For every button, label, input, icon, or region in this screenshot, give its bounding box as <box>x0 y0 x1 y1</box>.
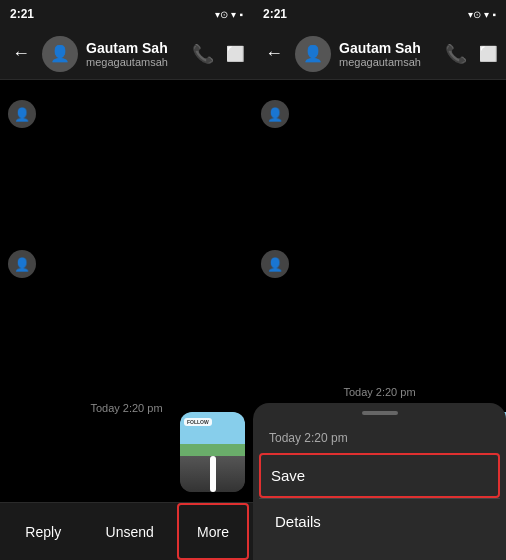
status-icons-right: ▾⊙ ▾ ▪ <box>468 9 496 20</box>
status-bar-left: 2:21 ▾⊙ ▾ ▪ <box>0 0 253 28</box>
message-image-left: FOLLOW <box>180 412 245 492</box>
message-avatar-r1: 👤 <box>261 100 289 128</box>
road-image-left: FOLLOW <box>180 412 245 492</box>
battery-icon: ▪ <box>239 9 243 20</box>
back-button-right[interactable]: ← <box>261 39 287 68</box>
details-label: Details <box>275 513 321 530</box>
contact-name-right: Gautam Sah <box>339 40 437 56</box>
header-right: ← 👤 Gautam Sah megagautamsah 📞 ⬜ <box>253 28 506 80</box>
signal-icon: ▾⊙ <box>215 9 228 20</box>
chat-area-left: 👤 👤 Today 2:20 pm FOLLOW <box>0 80 253 502</box>
header-left: ← 👤 Gautam Sah megagautamsah 📞 ⬜ <box>0 28 253 80</box>
save-item[interactable]: Save <box>259 453 500 498</box>
username-left: megagautamsah <box>86 56 184 68</box>
reply-button[interactable]: Reply <box>0 503 87 560</box>
action-bar: Reply Unsend More <box>0 502 253 560</box>
username-right: megagautamsah <box>339 56 437 68</box>
status-time-left: 2:21 <box>10 7 34 21</box>
back-button-left[interactable]: ← <box>8 39 34 68</box>
right-screen: 2:21 ▾⊙ ▾ ▪ ← 👤 Gautam Sah megagautamsah… <box>253 0 506 560</box>
video-icon-right[interactable]: ⬜ <box>479 45 498 63</box>
left-screen: 2:21 ▾⊙ ▾ ▪ ← 👤 Gautam Sah megagautamsah… <box>0 0 253 560</box>
call-icon-left[interactable]: 📞 <box>192 43 214 65</box>
status-icons-left: ▾⊙ ▾ ▪ <box>215 9 243 20</box>
contact-name-left: Gautam Sah <box>86 40 184 56</box>
chat-timestamp-right: Today 2:20 pm <box>253 386 506 398</box>
bottom-sheet: Today 2:20 pm Save Details <box>253 403 506 560</box>
save-label: Save <box>271 467 305 484</box>
wifi-icon: ▾ <box>231 9 236 20</box>
status-time-right: 2:21 <box>263 7 287 21</box>
unsend-button[interactable]: Unsend <box>87 503 174 560</box>
message-avatar-2: 👤 <box>8 250 36 278</box>
avatar-icon-left: 👤 <box>50 44 70 63</box>
header-info-right: Gautam Sah megagautamsah <box>339 40 437 68</box>
message-avatar-1: 👤 <box>8 100 36 128</box>
sheet-bottom-spacer <box>253 544 506 560</box>
battery-icon-right: ▪ <box>492 9 496 20</box>
avatar-left[interactable]: 👤 <box>42 36 78 72</box>
sheet-handle <box>362 411 398 415</box>
status-bar-right: 2:21 ▾⊙ ▾ ▪ <box>253 0 506 28</box>
header-info-left: Gautam Sah megagautamsah <box>86 40 184 68</box>
header-actions-left: 📞 ⬜ <box>192 43 245 65</box>
header-actions-right: 📞 ⬜ <box>445 43 498 65</box>
video-icon-left[interactable]: ⬜ <box>226 45 245 63</box>
more-button[interactable]: More <box>177 503 249 560</box>
wifi-icon-right: ▾ <box>484 9 489 20</box>
signal-icon-right: ▾⊙ <box>468 9 481 20</box>
road-img-label: FOLLOW <box>184 418 212 426</box>
sheet-timestamp: Today 2:20 pm <box>253 427 506 453</box>
avatar-icon-right: 👤 <box>303 44 323 63</box>
avatar-right[interactable]: 👤 <box>295 36 331 72</box>
call-icon-right[interactable]: 📞 <box>445 43 467 65</box>
details-item[interactable]: Details <box>259 498 500 544</box>
message-avatar-r2: 👤 <box>261 250 289 278</box>
